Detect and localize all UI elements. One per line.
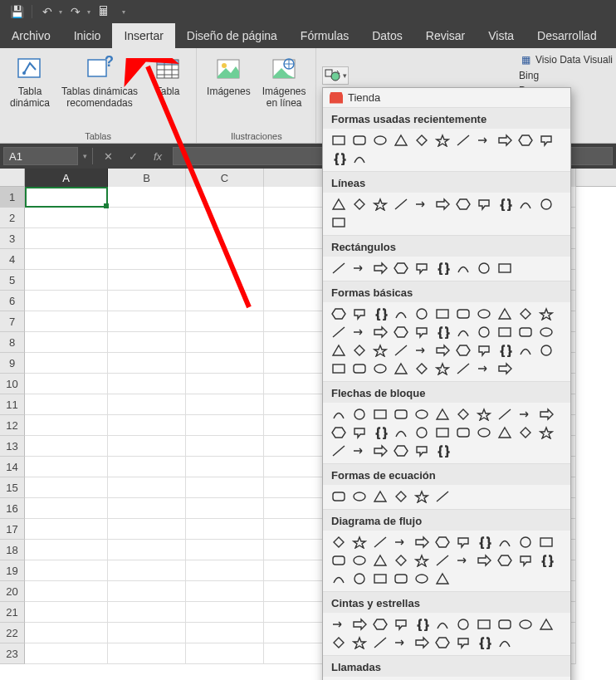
row-header[interactable]: 1 bbox=[0, 187, 25, 208]
shape-option[interactable] bbox=[496, 306, 514, 321]
shape-option[interactable] bbox=[537, 132, 555, 148]
shape-option[interactable] bbox=[413, 196, 431, 212]
shape-option[interactable] bbox=[330, 634, 348, 650]
tab-formulas[interactable]: Fórmulas bbox=[289, 23, 360, 48]
row-header[interactable]: 3 bbox=[0, 228, 25, 249]
shape-option[interactable] bbox=[413, 132, 431, 148]
shape-option[interactable] bbox=[330, 534, 348, 550]
shape-option[interactable] bbox=[537, 342, 555, 358]
cell[interactable] bbox=[186, 249, 264, 270]
shape-option[interactable] bbox=[371, 634, 389, 650]
cell[interactable] bbox=[186, 208, 264, 228]
shape-option[interactable] bbox=[350, 342, 369, 358]
shape-option[interactable] bbox=[350, 360, 369, 376]
pivot-table-button[interactable]: Tabla dinámica bbox=[5, 51, 55, 130]
shape-option[interactable]: { } bbox=[496, 342, 514, 358]
recommended-pivot-button[interactable]: ? Tablas dinámicas recomendadas bbox=[56, 51, 143, 130]
shape-option[interactable] bbox=[371, 360, 389, 376]
cell[interactable] bbox=[186, 436, 264, 457]
shape-option[interactable] bbox=[516, 616, 535, 632]
shape-option[interactable] bbox=[475, 360, 493, 376]
shape-option[interactable] bbox=[537, 306, 555, 321]
cell[interactable] bbox=[108, 602, 186, 623]
qat-customize-icon[interactable]: ▾ bbox=[122, 8, 125, 16]
shape-option[interactable] bbox=[330, 306, 348, 321]
shape-option[interactable] bbox=[413, 324, 431, 340]
shape-option[interactable] bbox=[350, 488, 369, 504]
shape-option[interactable] bbox=[350, 324, 369, 340]
shape-option[interactable] bbox=[475, 196, 493, 212]
shape-option[interactable] bbox=[516, 534, 535, 550]
shape-option[interactable] bbox=[516, 306, 535, 321]
cell[interactable] bbox=[186, 602, 264, 623]
shape-option[interactable]: { } bbox=[475, 634, 493, 650]
shape-option[interactable] bbox=[371, 260, 389, 276]
cell[interactable] bbox=[108, 623, 186, 643]
cell[interactable] bbox=[25, 560, 108, 581]
visio-addin-button[interactable]: ▦ Visio Data Visuali bbox=[519, 53, 613, 66]
redo-icon[interactable]: ↷ bbox=[66, 2, 86, 21]
row-header[interactable]: 4 bbox=[0, 249, 25, 270]
shape-option[interactable] bbox=[433, 534, 452, 550]
shape-option[interactable] bbox=[454, 342, 472, 358]
shape-option[interactable] bbox=[433, 552, 452, 568]
cell[interactable] bbox=[108, 477, 186, 498]
shape-option[interactable] bbox=[433, 360, 452, 376]
cell[interactable] bbox=[25, 374, 108, 394]
cancel-formula-icon[interactable]: ✕ bbox=[98, 147, 118, 165]
row-header[interactable]: 15 bbox=[0, 477, 25, 498]
cell[interactable] bbox=[186, 270, 264, 291]
cell[interactable] bbox=[186, 374, 264, 394]
shape-option[interactable] bbox=[392, 488, 410, 504]
shape-option[interactable]: { } bbox=[496, 196, 514, 212]
shape-option[interactable] bbox=[330, 443, 348, 458]
shape-option[interactable] bbox=[516, 424, 535, 440]
tab-inicio[interactable]: Inicio bbox=[62, 23, 113, 48]
shape-option[interactable] bbox=[350, 150, 369, 166]
shape-option[interactable] bbox=[454, 324, 472, 340]
shape-option[interactable]: { } bbox=[371, 306, 389, 321]
column-header[interactable]: C bbox=[186, 169, 264, 187]
cell[interactable] bbox=[25, 187, 108, 208]
cell[interactable] bbox=[186, 540, 264, 560]
shape-option[interactable] bbox=[537, 424, 555, 440]
shape-option[interactable] bbox=[496, 324, 514, 340]
cell[interactable] bbox=[186, 311, 264, 332]
cell[interactable] bbox=[186, 394, 264, 415]
shape-option[interactable] bbox=[475, 424, 493, 440]
shape-option[interactable] bbox=[392, 552, 410, 568]
cell[interactable] bbox=[108, 208, 186, 228]
cell[interactable] bbox=[108, 311, 186, 332]
shape-option[interactable] bbox=[413, 534, 431, 550]
cell[interactable] bbox=[25, 415, 108, 436]
shape-option[interactable] bbox=[350, 306, 369, 321]
accept-formula-icon[interactable]: ✓ bbox=[123, 147, 143, 165]
shape-option[interactable] bbox=[516, 552, 535, 568]
shape-option[interactable] bbox=[350, 534, 369, 550]
cell[interactable] bbox=[186, 187, 264, 208]
shape-option[interactable] bbox=[433, 196, 452, 212]
shape-option[interactable] bbox=[392, 406, 410, 422]
shape-option[interactable] bbox=[330, 342, 348, 358]
shape-option[interactable] bbox=[371, 324, 389, 340]
cell[interactable] bbox=[25, 602, 108, 623]
cell[interactable] bbox=[25, 581, 108, 602]
cell[interactable] bbox=[25, 353, 108, 374]
shape-option[interactable]: { } bbox=[330, 150, 348, 166]
cell[interactable] bbox=[186, 228, 264, 249]
shape-option[interactable] bbox=[371, 616, 389, 632]
row-header[interactable]: 2 bbox=[0, 208, 25, 228]
tab-archivo[interactable]: Archivo bbox=[0, 23, 62, 48]
shape-option[interactable]: { } bbox=[475, 534, 493, 550]
shape-option[interactable]: { } bbox=[433, 443, 452, 458]
cell[interactable] bbox=[25, 208, 108, 228]
shape-option[interactable] bbox=[350, 570, 369, 586]
shape-option[interactable] bbox=[350, 552, 369, 568]
row-header[interactable]: 19 bbox=[0, 560, 25, 581]
shape-option[interactable] bbox=[475, 306, 493, 321]
cell[interactable] bbox=[108, 436, 186, 457]
shape-option[interactable] bbox=[392, 324, 410, 340]
cell[interactable] bbox=[108, 394, 186, 415]
shape-option[interactable] bbox=[516, 406, 535, 422]
shape-option[interactable] bbox=[454, 406, 472, 422]
